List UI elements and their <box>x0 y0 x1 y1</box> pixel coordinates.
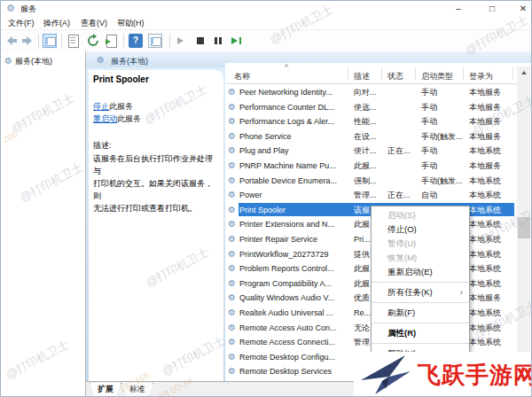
table-row[interactable]: ⚙ Performance Logs & Aler... 性能... 手动 本地… <box>225 114 531 129</box>
column-header-name[interactable]: 名称 <box>234 71 250 82</box>
table-row[interactable]: ⚙ Power 管理... 正在... 自动 本地系统 <box>225 188 531 203</box>
start-service-icon[interactable] <box>177 37 184 44</box>
vertical-scrollbar[interactable] <box>517 66 531 352</box>
table-row[interactable]: ⚙ PNRP Machine Name Pu... 此服... 手动 本地服务 <box>225 159 531 174</box>
restart-service-link[interactable]: 重启动 <box>93 114 117 123</box>
service-gear-icon: ⚙ <box>228 350 236 365</box>
service-name-cell: Portable Device Enumera... <box>239 174 348 189</box>
table-row[interactable]: ⚙ Peer Networking Identity... 向对... 手动 本… <box>225 85 531 100</box>
context-menu-item[interactable]: 恢复(M) <box>372 251 469 265</box>
service-gear-icon: ⚙ <box>228 174 236 189</box>
scroll-up-icon[interactable] <box>517 66 531 80</box>
service-gear-icon: ⚙ <box>228 232 236 247</box>
service-name-cell: Performance Counter DL... <box>239 100 348 115</box>
service-status-cell: 正在... <box>387 188 419 203</box>
context-menu-item[interactable]: 重新启动(E) <box>372 265 469 283</box>
column-header-logon-as[interactable]: 登录为 <box>469 71 493 82</box>
service-desc-cell: 向对... <box>354 85 386 100</box>
service-name-cell: Plug and Play <box>239 144 348 159</box>
help-icon[interactable]: ? <box>129 34 143 48</box>
service-gear-icon: ⚙ <box>228 129 236 144</box>
service-logon-cell: 本地系统 <box>469 217 513 232</box>
stop-service-icon[interactable] <box>197 37 204 44</box>
context-menu-item[interactable]: 停止(O) <box>372 222 469 237</box>
service-logon-cell: 本地系统 <box>469 335 513 350</box>
service-desc-cell: 管理... <box>354 188 386 203</box>
pane-header-label: 服务(本地) <box>111 56 148 67</box>
export-list-icon[interactable] <box>105 34 119 48</box>
close-button[interactable]: ✕ <box>511 2 532 15</box>
menu-help[interactable]: 帮助(H) <box>117 18 145 29</box>
service-desc-cell: 强制... <box>354 174 386 189</box>
context-menu-item[interactable]: 属性(R) <box>372 326 469 344</box>
menu-file[interactable]: 文件(F) <box>8 18 35 29</box>
site-logo: 飞跃手游网 <box>354 352 532 397</box>
service-name-cell: Realtek Audio Universal ... <box>239 306 348 321</box>
table-row[interactable]: ⚙ Performance Counter DL... 使远... 手动 本地服… <box>225 100 531 115</box>
context-menu-item[interactable]: 启动(S) <box>372 208 469 222</box>
restart-service-icon[interactable] <box>231 37 238 44</box>
menu-view[interactable]: 查看(V) <box>81 18 107 29</box>
service-logon-cell: 本地服务 <box>469 85 513 100</box>
pause-service-icon[interactable] <box>215 37 222 44</box>
tab-standard[interactable]: 标准 <box>121 383 153 397</box>
description-label: 描述: <box>93 140 112 152</box>
context-menu-item[interactable]: 暂停(U) <box>372 237 469 251</box>
service-description: 该服务在后台执行打印作业并处理与 打印机的交互。如果关闭该服务，则 无法进行打印… <box>93 152 218 214</box>
service-logon-cell: 本地系统 <box>469 174 513 189</box>
forward-arrow-icon[interactable] <box>20 34 35 48</box>
tree-item-services-local[interactable]: ⚙服务(本地) <box>4 56 52 67</box>
maximize-button[interactable]: □ <box>480 2 505 15</box>
context-menu-item[interactable]: 所有任务(K)› <box>372 285 469 303</box>
service-status-cell: 正在... <box>387 144 419 159</box>
show-hide-pane-icon[interactable] <box>148 34 162 48</box>
stop-service-link[interactable]: 停止 <box>93 102 109 111</box>
service-gear-icon: ⚙ <box>228 85 236 100</box>
column-header-status[interactable]: 状态 <box>387 71 403 82</box>
toolbar: ? <box>1 30 531 52</box>
restart-service-link-line: 重启动此服务 <box>93 113 141 125</box>
service-gear-icon: ⚙ <box>228 261 236 276</box>
service-startup-cell: 手动 <box>421 100 467 115</box>
refresh-icon[interactable] <box>86 34 100 48</box>
title-bar: ⚙ 服务 – □ ✕ <box>1 1 531 16</box>
service-desc-cell: 在设... <box>354 129 386 144</box>
column-header-description[interactable]: 描述 <box>354 71 370 82</box>
back-arrow-icon[interactable] <box>4 34 19 48</box>
service-logon-cell: 本地系统 <box>469 321 513 336</box>
service-logon-cell: 本地服务 <box>469 291 513 306</box>
service-name-cell: Phone Service <box>239 129 348 144</box>
service-logon-cell: 本地服务 <box>469 100 513 115</box>
service-desc-cell: 性能... <box>354 114 386 129</box>
services-app-icon: ⚙ <box>6 3 15 14</box>
service-startup-cell: 手动 <box>421 159 467 174</box>
service-startup-cell: 手动 <box>421 114 467 129</box>
window-title: 服务 <box>20 4 36 15</box>
service-logon-cell: 本地服务 <box>469 159 513 174</box>
table-row[interactable]: ⚙ Portable Device Enumera... 强制... 手动(触发… <box>225 174 531 189</box>
service-name-cell: Quality Windows Audio V... <box>239 291 348 306</box>
service-gear-icon: ⚙ <box>228 291 236 306</box>
paper-airplane-icon <box>359 354 414 396</box>
context-menu-item[interactable]: 刷新(F) <box>372 306 469 323</box>
toolbar-separator <box>123 34 124 48</box>
selected-service-name: Print Spooler <box>93 74 149 84</box>
properties-doc-icon[interactable] <box>66 34 81 48</box>
menu-action[interactable]: 操作(A) <box>43 18 70 29</box>
stop-service-link-line: 停止此服务 <box>93 101 133 113</box>
show-console-tree-icon[interactable] <box>43 34 57 48</box>
sort-indicator-icon: ^ <box>285 63 288 72</box>
scrollbar-thumb[interactable] <box>518 217 530 238</box>
tab-extended[interactable]: 扩展 <box>90 383 121 397</box>
service-logon-cell: 本地系统 <box>469 203 513 218</box>
toolbar-separator <box>38 34 39 48</box>
service-gear-icon: ⚙ <box>228 306 236 321</box>
site-logo-text: 飞跃手游网 <box>418 360 532 391</box>
minimize-button[interactable]: – <box>446 2 471 15</box>
services-gear-icon: ⚙ <box>97 55 105 65</box>
table-row[interactable]: ⚙ Phone Service 在设... 手动(触发... 本地服务 <box>225 129 531 144</box>
column-header-startup-type[interactable]: 启动类型 <box>421 71 453 82</box>
service-gear-icon: ⚙ <box>228 114 236 129</box>
table-row[interactable]: ⚙ Plug and Play 使计... 正在... 手动 本地系统 <box>225 144 531 159</box>
service-gear-icon: ⚙ <box>228 188 236 203</box>
